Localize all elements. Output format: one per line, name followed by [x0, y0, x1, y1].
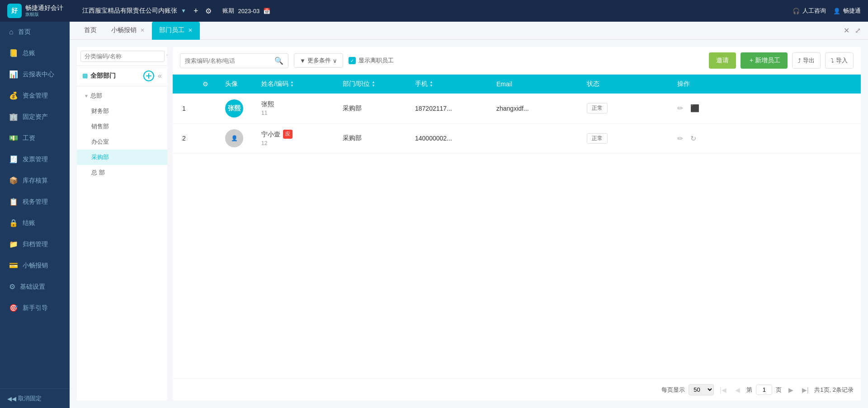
row1-edit-icon[interactable]: ✏: [677, 104, 683, 113]
tab-home[interactable]: 首页: [77, 22, 104, 40]
funds-icon: 💰: [9, 91, 18, 100]
logo-text-group: 畅捷通好会计 旗舰版: [25, 4, 63, 18]
close-accounts-icon: 🔒: [9, 219, 18, 227]
tab-department-close[interactable]: ✕: [188, 27, 193, 33]
sidebar-item-archive[interactable]: 📁 归档管理: [0, 234, 70, 255]
ledger-icon: 📒: [9, 49, 18, 57]
add-company-icon[interactable]: +: [193, 6, 198, 16]
show-leave-toggle[interactable]: ✓ 显示离职员工: [349, 56, 394, 65]
sidebar-item-inventory[interactable]: 📦 库存核算: [0, 170, 70, 191]
name-sort-icon[interactable]: ▲▼: [290, 80, 294, 88]
sidebar-item-assets[interactable]: 🏢 固定资产: [0, 106, 70, 127]
dept-header-icons: «: [143, 70, 162, 81]
cancel-fixed-btn[interactable]: ◀◀ 取消固定: [0, 389, 70, 408]
calendar-icon[interactable]: 📅: [263, 8, 270, 14]
invoice-icon: 🧾: [9, 155, 18, 164]
dept-panel: 🔍 ⊞ 全部部门 «: [77, 47, 167, 401]
tab-expand-icon[interactable]: ⤢: [855, 26, 861, 35]
employee-search-input[interactable]: [185, 57, 272, 64]
col-mobile[interactable]: 手机 ▲▼: [408, 75, 489, 94]
first-page-btn[interactable]: |◀: [717, 385, 728, 395]
row2-name-code: 宁小壹 应 12: [254, 123, 335, 154]
row2-edit-icon[interactable]: ✏: [677, 134, 683, 143]
row1-dept: 采购部: [335, 94, 408, 123]
dept-tree: ▼ 总部 财务部 销售部 办公室 采购部: [77, 86, 167, 401]
sidebar-item-funds[interactable]: 💰 资金管理: [0, 85, 70, 106]
customer-service-btn[interactable]: 🎧 人工咨询: [793, 7, 826, 15]
last-page-btn[interactable]: ▶|: [800, 385, 811, 395]
import-btn[interactable]: ⤵ 导入: [825, 52, 854, 69]
main-layout: ⌂ 首页 📒 总账 📊 云报表中心 💰 资金管理 🏢 固定资产 💵 工资 🧾 发…: [0, 22, 868, 408]
dept-sort-icon[interactable]: ▲▼: [372, 80, 375, 88]
period-value[interactable]: 2023-03: [238, 8, 259, 14]
dept-search-area: 🔍: [77, 47, 167, 66]
dept-collapse-icon[interactable]: «: [158, 72, 162, 80]
col-settings-icon[interactable]: ⚙: [203, 80, 208, 88]
employee-search-icon[interactable]: 🔍: [274, 56, 283, 65]
dept-item-general[interactable]: 总 部: [77, 165, 167, 180]
period-area: 账期 2023-03 📅: [222, 7, 270, 15]
dept-item-sales[interactable]: 销售部: [77, 119, 167, 134]
row2-mobile: 140000002...: [408, 123, 489, 154]
sidebar-item-settings[interactable]: ⚙ 基础设置: [0, 276, 70, 297]
col-email: Email: [489, 75, 580, 94]
sidebar-item-ledger[interactable]: 📒 总账: [0, 42, 70, 64]
col-name-code[interactable]: 姓名/编码 ▲▼: [254, 75, 335, 94]
col-dept[interactable]: 部门/职位 ▲▼: [335, 75, 408, 94]
invite-btn[interactable]: 邀请: [709, 52, 736, 69]
dept-add-btn[interactable]: [143, 70, 154, 81]
archive-icon: 📁: [9, 240, 18, 249]
dept-item-office[interactable]: 办公室: [77, 134, 167, 150]
company-name: 江西服宝精品有限责任公司内账张: [82, 7, 177, 15]
sidebar-item-invoice[interactable]: 🧾 发票管理: [0, 149, 70, 170]
sidebar-item-expense[interactable]: 💳 小畅报销: [0, 255, 70, 276]
sidebar-item-salary[interactable]: 💵 工资: [0, 127, 70, 149]
row1-name: 张熙: [261, 99, 328, 109]
tab-close-window-icon[interactable]: ✕: [844, 26, 849, 35]
app-edition: 旗舰版: [25, 11, 63, 18]
tab-expense[interactable]: 小畅报销 ✕: [104, 22, 152, 40]
page-input[interactable]: [756, 385, 772, 395]
dept-item-finance[interactable]: 财务部: [77, 103, 167, 119]
show-leave-checkbox[interactable]: ✓: [349, 57, 356, 64]
logo-icon: 好: [7, 4, 22, 18]
expense-icon: 💳: [9, 261, 18, 270]
settings-icon[interactable]: ⚙: [205, 7, 212, 15]
row1-index: 1: [173, 94, 195, 123]
filter-icon: ▼: [300, 57, 306, 64]
content-area: 首页 小畅报销 ✕ 部门员工 ✕ ✕ ⤢ 🔍: [70, 22, 868, 408]
reports-icon: 📊: [9, 70, 18, 79]
mobile-sort-icon[interactable]: ▲▼: [429, 80, 433, 88]
employee-search-box: 🔍: [180, 53, 288, 68]
filter-dropdown-icon: ∨: [333, 57, 337, 64]
dept-expand-icon: ▼: [84, 94, 89, 98]
tab-department[interactable]: 部门员工 ✕: [152, 22, 200, 40]
export-btn[interactable]: ⤴ 导出: [792, 52, 821, 69]
more-filter-btn[interactable]: ▼ 更多条件 ∨: [294, 53, 343, 68]
row1-logout-icon[interactable]: ⬛: [690, 104, 699, 113]
sidebar-item-close[interactable]: 🔒 结账: [0, 212, 70, 234]
home-icon: ⌂: [9, 28, 14, 36]
tab-expense-close[interactable]: ✕: [140, 27, 145, 33]
prev-page-btn[interactable]: ◀: [732, 385, 743, 395]
user-area[interactable]: 👤 畅捷通: [833, 7, 861, 15]
row1-code: 11: [261, 109, 328, 117]
dept-item-hq[interactable]: ▼ 总部: [77, 88, 167, 103]
row2-refresh-icon[interactable]: ↻: [690, 134, 696, 143]
sidebar-item-guide[interactable]: 🎯 新手引导: [0, 297, 70, 319]
per-page-select[interactable]: 50 100 200: [689, 384, 714, 395]
sidebar-item-home[interactable]: ⌂ 首页: [0, 22, 70, 42]
sidebar-item-reports[interactable]: 📊 云报表中心: [0, 64, 70, 85]
next-page-btn[interactable]: ▶: [785, 385, 796, 395]
salary-icon: 💵: [9, 134, 18, 142]
dept-search-icon[interactable]: 🔍: [166, 52, 167, 61]
sidebar-item-tax[interactable]: 📋 税务管理: [0, 191, 70, 212]
company-selector[interactable]: 江西服宝精品有限责任公司内账张 ▼: [82, 7, 186, 15]
table-row: 1 张熙 张熙 11: [173, 94, 861, 123]
dept-search-input[interactable]: [80, 51, 165, 62]
add-employee-btn[interactable]: + 新增员工: [741, 52, 788, 69]
export-icon: ⤴: [798, 57, 801, 64]
col-settings[interactable]: ⚙: [195, 75, 218, 94]
row2-status-badge: 正常: [587, 133, 608, 144]
dept-item-purchase[interactable]: 采购部: [77, 150, 167, 165]
